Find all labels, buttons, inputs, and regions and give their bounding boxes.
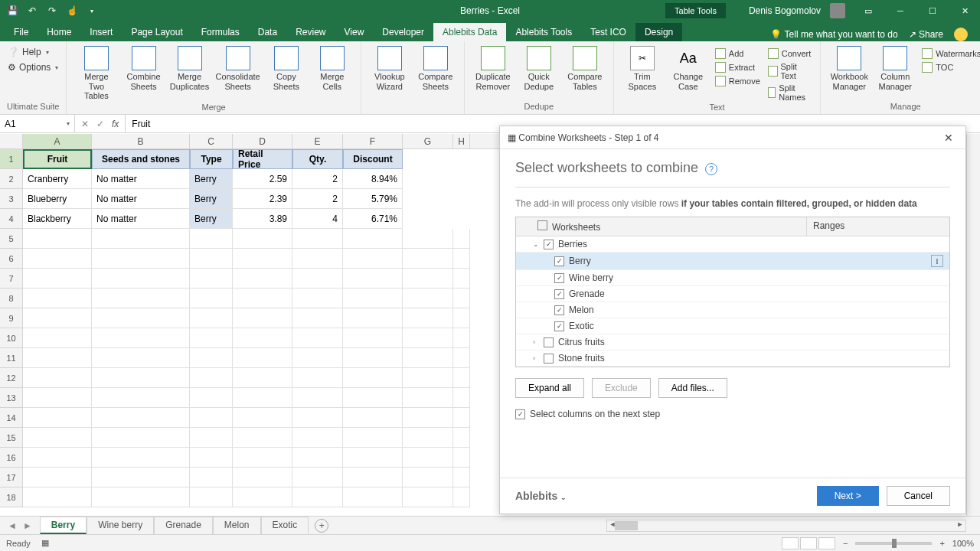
merge-item-2[interactable]: Merge Duplicates (168, 44, 212, 103)
empty-cell[interactable] (23, 269, 92, 289)
empty-cell[interactable] (190, 408, 233, 428)
empty-cell[interactable] (23, 448, 92, 468)
empty-cell[interactable] (343, 428, 403, 448)
row-header-10[interactable]: 10 (0, 328, 23, 348)
empty-cell[interactable] (453, 468, 470, 487)
empty-cell[interactable] (343, 249, 403, 269)
tree-sheet-row[interactable]: Exotic (516, 318, 949, 334)
dedupe-item-1[interactable]: Quick Dedupe (517, 44, 561, 93)
empty-cell[interactable] (190, 269, 233, 289)
nav-prev-icon[interactable]: ◄ (8, 520, 17, 531)
empty-cell[interactable] (23, 468, 92, 487)
row-header-12[interactable]: 12 (0, 368, 23, 388)
compare-sheets-button[interactable]: Compare Sheets (413, 44, 458, 93)
empty-cell[interactable] (292, 348, 343, 368)
text-convert[interactable]: Convert (765, 47, 815, 60)
merge-item-5[interactable]: Merge Cells (310, 44, 354, 103)
empty-cell[interactable] (233, 408, 292, 428)
merge-item-3[interactable]: Consolidate Sheets (214, 44, 263, 103)
empty-cell[interactable] (190, 249, 233, 269)
empty-cell[interactable] (292, 368, 343, 388)
sheet-tab[interactable]: Exotic (261, 517, 309, 534)
merge-item-0[interactable]: Merge Two Tables (73, 44, 119, 103)
chevron-down-icon[interactable]: ⌄ (533, 240, 544, 248)
empty-cell[interactable] (92, 388, 190, 408)
empty-cell[interactable] (292, 408, 343, 428)
empty-cell[interactable] (343, 308, 403, 328)
column-manager-button[interactable]: Column Manager (873, 44, 917, 93)
dedupe-item-2[interactable]: Compare Tables (563, 44, 607, 93)
empty-cell[interactable] (403, 348, 453, 368)
header-cell[interactable]: Seeds and stones (92, 149, 190, 169)
header-cell[interactable]: Qty. (292, 149, 343, 169)
scroll-right-icon[interactable]: ► (955, 520, 965, 531)
empty-cell[interactable] (190, 428, 233, 448)
empty-cell[interactable] (92, 328, 190, 348)
tab-home[interactable]: Home (38, 23, 80, 41)
row-header-14[interactable]: 14 (0, 408, 23, 428)
select-columns-checkbox[interactable]: Select columns on the next step (515, 409, 950, 419)
empty-cell[interactable] (92, 269, 190, 289)
empty-cell[interactable] (23, 388, 92, 408)
share-button[interactable]: ↗ Share (909, 29, 943, 40)
checkbox[interactable] (544, 354, 554, 364)
empty-cell[interactable] (453, 229, 470, 249)
empty-cell[interactable] (453, 428, 470, 448)
empty-cell[interactable] (190, 289, 233, 308)
data-cell[interactable]: 6.71% (343, 209, 403, 229)
maximize-icon[interactable]: ☐ (917, 0, 948, 21)
tree-sheet-row[interactable]: Wine berry (516, 270, 949, 286)
sheet-tab[interactable]: Wine berry (87, 517, 154, 534)
col-header-A[interactable]: A (23, 134, 92, 148)
empty-cell[interactable] (453, 348, 470, 368)
empty-cell[interactable] (190, 468, 233, 487)
empty-cell[interactable] (92, 368, 190, 388)
data-cell[interactable]: Berry (190, 169, 233, 189)
tab-file[interactable]: File (5, 23, 38, 41)
col-header-C[interactable]: C (190, 134, 233, 148)
data-cell[interactable]: 2.39 (233, 189, 292, 209)
sheet-tab[interactable]: Berry (40, 517, 87, 534)
col-header-H[interactable]: H (453, 134, 470, 148)
empty-cell[interactable] (233, 487, 292, 507)
empty-cell[interactable] (233, 368, 292, 388)
select-all-corner[interactable] (0, 134, 23, 148)
tab-ablebits-data[interactable]: Ablebits Data (433, 23, 506, 41)
empty-cell[interactable] (292, 428, 343, 448)
header-cell[interactable]: Type (190, 149, 233, 169)
data-cell[interactable]: Berry (190, 209, 233, 229)
row-header-7[interactable]: 7 (0, 269, 23, 289)
checkbox[interactable] (554, 256, 564, 266)
macro-recorder-icon[interactable]: ▦ (41, 538, 49, 548)
qat-dropdown-icon[interactable]: ▾ (86, 5, 98, 17)
zoom-out-icon[interactable]: − (843, 539, 848, 548)
row-header-9[interactable]: 9 (0, 308, 23, 328)
fx-icon[interactable]: fx (112, 119, 119, 129)
empty-cell[interactable] (403, 428, 453, 448)
empty-cell[interactable] (403, 328, 453, 348)
empty-cell[interactable] (92, 487, 190, 507)
empty-cell[interactable] (23, 487, 92, 507)
empty-cell[interactable] (453, 487, 470, 507)
row-header-17[interactable]: 17 (0, 468, 23, 487)
text-add[interactable]: Add (712, 47, 763, 60)
text-split-names[interactable]: Split Names (765, 83, 815, 103)
empty-cell[interactable] (403, 229, 453, 249)
ribbon-options-icon[interactable]: ▭ (853, 0, 884, 21)
tab-page-layout[interactable]: Page Layout (122, 23, 191, 41)
empty-cell[interactable] (343, 468, 403, 487)
cancel-button[interactable]: Cancel (887, 486, 950, 506)
dedupe-item-0[interactable]: Duplicate Remover (471, 44, 515, 93)
empty-cell[interactable] (92, 289, 190, 308)
empty-cell[interactable] (92, 249, 190, 269)
empty-cell[interactable] (92, 348, 190, 368)
empty-cell[interactable] (92, 229, 190, 249)
tree-sheet-row[interactable]: Berry⫿ (516, 253, 949, 270)
trim-spaces-button[interactable]: ✂Trim Spaces (620, 44, 665, 103)
zoom-in-icon[interactable]: + (939, 539, 944, 548)
checkbox[interactable] (544, 337, 554, 347)
empty-cell[interactable] (453, 328, 470, 348)
header-cell[interactable]: Fruit (23, 149, 92, 169)
empty-cell[interactable] (403, 368, 453, 388)
text-remove[interactable]: Remove (712, 75, 763, 87)
